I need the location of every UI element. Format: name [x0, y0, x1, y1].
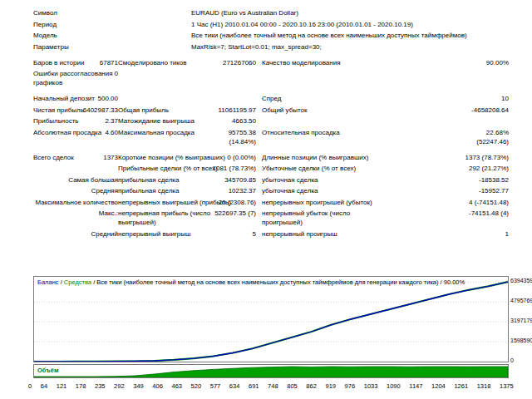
stat-label: Средний [91, 229, 118, 239]
balance-chart: Баланс / Средства / Все тики (наиболее т… [33, 276, 509, 362]
volume-chart: Объём [33, 364, 509, 378]
report-row: Средняяприбыльная сделка10232.37убыточна… [33, 186, 509, 195]
info-value: 1 Час (H1) 2010.01.04 00:00 - 2020.10.16… [191, 20, 509, 29]
stat-label: Короткие позиции (% выигравших) [118, 153, 166, 162]
stat-value: 90.00% [486, 58, 509, 67]
stat-label: непрерывных выигрышей (прибыль) [118, 198, 166, 207]
x-axis-label: 1375 [500, 382, 514, 390]
stat-label: Прибыльность [33, 116, 83, 126]
stat-label: Прибыльные сделки (% от всех) [118, 164, 166, 173]
x-axis-label: 1090 [387, 382, 401, 390]
x-axis-label: 64 [41, 382, 47, 390]
stat-label: непрерывная прибыль (число выигрышей) [118, 209, 210, 227]
info-label: Период [33, 20, 191, 29]
report-statistics: СимволEURAUD (Euro vs Australian Dollar)… [0, 0, 532, 239]
stat-label: Максимальное количество [36, 198, 118, 207]
legend-part: / Все тики (наиболее точный метод на осн… [91, 278, 465, 286]
stat-label: убыточная сделка [262, 175, 387, 185]
x-axis-label: 691 [249, 382, 259, 390]
report-row: Прибыльность2.37Матожидание выигрыша4663… [33, 116, 509, 126]
stat-value: 0 (0.00%) [227, 153, 256, 162]
stat-value: 1373 [103, 153, 118, 162]
stat-label: непрерывных проигрышей (убыток) [262, 198, 387, 207]
stat-value: -74151.48 (4) [469, 209, 509, 218]
x-axis-label: 862 [306, 382, 317, 390]
stat-label: Чистая прибыль [33, 106, 83, 115]
report-header-rows: СимволEURAUD (Euro vs Australian Dollar)… [33, 8, 509, 52]
x-axis-label: 634 [229, 382, 240, 390]
stat-label: Относительная просадка [262, 128, 387, 137]
report-row: Абсолютная просадка4.60Максимальная прос… [33, 128, 509, 146]
x-axis-label: 178 [76, 382, 86, 390]
stat-label: Всего сделок [33, 153, 83, 162]
x-axis-label: 748 [268, 382, 278, 390]
stat-value: -4658208.64 [471, 106, 509, 115]
x-axis-label: 349 [133, 382, 144, 390]
x-axis-label: 0 [28, 382, 32, 390]
stat-label: непрерывный проигрыш [262, 229, 387, 239]
stat-value: 67871 [100, 58, 118, 67]
legend-part: Баланс [37, 278, 59, 286]
report-row: Среднийнепрерывный выигрыш5непрерывный п… [33, 229, 509, 239]
info-row: СимволEURAUD (Euro vs Australian Dollar) [33, 8, 509, 17]
stat-value: 10232.37 [229, 186, 256, 195]
report-row: Прибыльные сделки (% от всех)1081 (78.73… [33, 164, 509, 173]
x-axis-label: 1318 [477, 382, 491, 390]
x-axis-label: 1204 [431, 382, 446, 390]
stat-label: Общий убыток [262, 106, 387, 115]
x-axis-label: 1261 [454, 382, 468, 390]
report-row: Ошибки рассогласования графиков0 [33, 69, 509, 87]
stat-value: 22.68% (52247.46) [476, 128, 509, 146]
stat-label: прибыльная сделка [118, 175, 166, 185]
stat-value: -15952.77 [479, 186, 509, 195]
report-row: Самая большаяприбыльная сделка345709.85у… [33, 175, 509, 185]
x-axis-label: 520 [191, 382, 202, 390]
y-axis-label: 1598590 [510, 337, 532, 343]
x-axis-label: 1147 [409, 382, 422, 390]
x-axis-label: 292 [114, 382, 125, 390]
stat-value: 5 [253, 229, 256, 239]
x-axis-label: 919 [325, 382, 336, 390]
info-row: ПараметрыMaxRisk=7; StartLot=0.01; max_s… [33, 42, 509, 52]
stat-value: 4.60 [105, 128, 118, 137]
stat-value: 500.00 [98, 94, 118, 103]
volume-area [34, 367, 508, 377]
info-value: MaxRisk=7; StartLot=0.01; max_spread=30; [191, 42, 509, 52]
stat-label: Матожидание выигрыша [118, 116, 166, 126]
stat-label: Ошибки рассогласования графиков [33, 69, 113, 87]
y-axis: 63943594795769319717915985900 [510, 276, 532, 364]
info-row: МодельВсе тики (наиболее точный метод на… [33, 31, 509, 40]
stat-label: непрерывный убыток (число проигрышей) [262, 209, 350, 227]
x-axis-label: 121 [57, 382, 67, 390]
stat-label: Общая прибыль [118, 106, 166, 115]
y-axis-label: 0 [510, 357, 514, 363]
stat-label: Макс.: [99, 209, 118, 218]
stat-value: 4 (-74151.48) [469, 198, 509, 207]
stat-value: 522697.35 (7) [214, 209, 256, 218]
stat-value: 0 [115, 69, 118, 78]
stat-label: Спред [262, 94, 387, 103]
stat-label: Самая большая [68, 175, 118, 185]
x-axis-label: 577 [210, 382, 221, 390]
x-axis-label: 976 [345, 382, 356, 390]
stat-value: 95755.38 (14.84%) [229, 128, 256, 146]
x-axis-label: 1033 [364, 382, 378, 390]
stat-label: Длинные позиции (% выигравших) [262, 153, 387, 162]
x-axis-label: 805 [287, 382, 298, 390]
x-axis-label: 235 [95, 382, 106, 390]
report-row: Всего сделок1373Короткие позиции (% выиг… [33, 153, 509, 162]
stat-label: Смоделировано тиков [118, 58, 166, 67]
balance-chart-canvas [34, 277, 508, 362]
info-label: Символ [33, 8, 191, 17]
stat-label: Качество моделирования [262, 58, 387, 67]
x-axis-label: 406 [152, 382, 163, 390]
report-row: Начальный депозит500.00Спред10 [33, 94, 509, 103]
stat-label: Баров в истории [33, 58, 83, 67]
x-axis-label: 463 [171, 382, 182, 390]
report-row: Чистая прибыль6402987.33Общая прибыль110… [33, 106, 509, 115]
stat-label: Абсолютная просадка [33, 128, 83, 137]
report-row: Макс.:непрерывная прибыль (число выигрыш… [33, 209, 509, 227]
info-label: Модель [33, 31, 191, 40]
volume-label: Объём [37, 367, 59, 374]
stat-value: 1373 (78.73%) [466, 153, 509, 162]
